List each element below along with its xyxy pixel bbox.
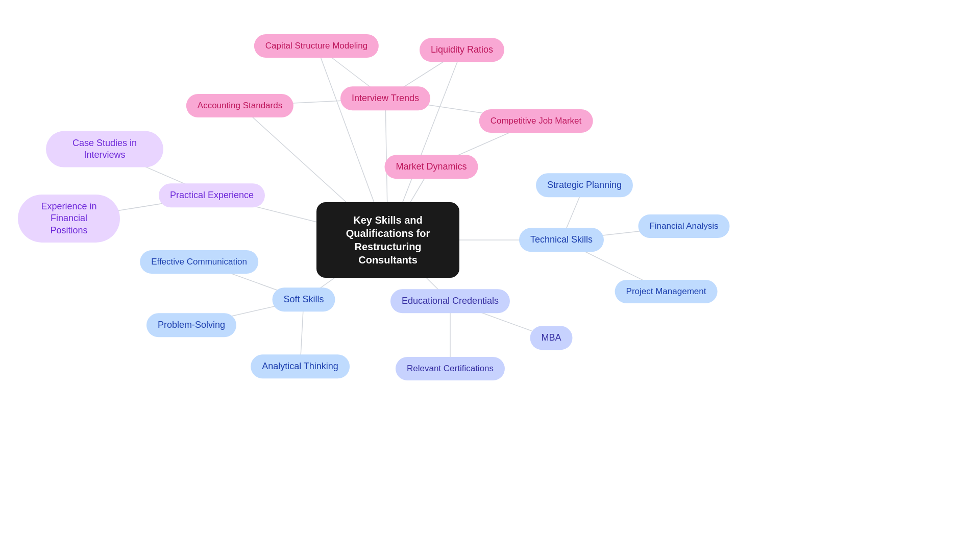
- svg-line-2: [240, 106, 388, 240]
- svg-line-11: [105, 149, 212, 196]
- svg-line-6: [240, 99, 385, 106]
- svg-line-9: [431, 121, 536, 167]
- svg-line-8: [388, 167, 431, 240]
- svg-line-17: [304, 240, 388, 300]
- svg-line-21: [388, 240, 450, 301]
- svg-line-22: [450, 301, 551, 338]
- svg-line-19: [191, 300, 304, 325]
- svg-line-18: [199, 262, 304, 300]
- svg-line-12: [69, 196, 212, 219]
- svg-line-7: [385, 99, 536, 121]
- svg-line-5: [385, 50, 462, 99]
- svg-line-4: [316, 46, 385, 99]
- mindmap-svg: [0, 0, 980, 553]
- svg-line-14: [561, 185, 584, 240]
- svg-line-1: [388, 50, 462, 240]
- svg-line-15: [561, 226, 684, 240]
- svg-line-0: [316, 46, 388, 240]
- svg-line-3: [385, 99, 388, 240]
- svg-line-10: [212, 196, 388, 240]
- svg-line-20: [300, 300, 304, 367]
- svg-line-16: [561, 240, 666, 292]
